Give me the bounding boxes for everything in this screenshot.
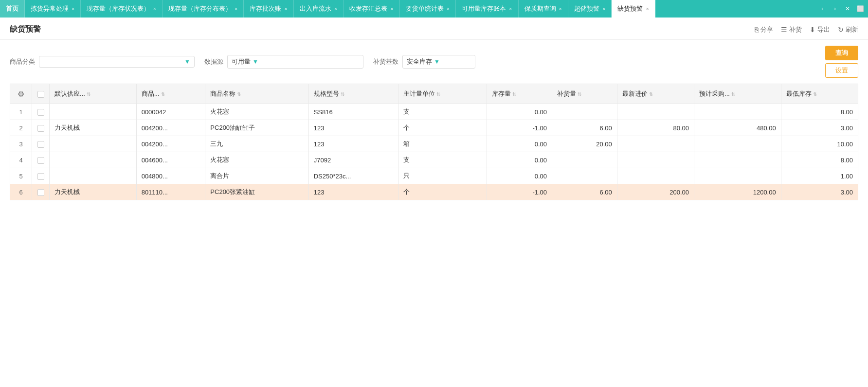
col-stock[interactable]: 库存量 ⇅ bbox=[487, 84, 552, 104]
row-product-code-3: 004600... bbox=[136, 152, 205, 168]
row-num-0: 1 bbox=[10, 104, 32, 120]
tab-expiry-query[interactable]: 保质期查询 × bbox=[519, 0, 568, 18]
tab-abnormal[interactable]: 拣货异常处理 × bbox=[25, 0, 81, 18]
tab-next-button[interactable]: › bbox=[829, 3, 841, 15]
tab-order-stats-label: 要货单统计表 bbox=[406, 4, 444, 13]
tab-batch-account-close[interactable]: × bbox=[284, 6, 287, 12]
col-unit[interactable]: 主计量单位 ⇅ bbox=[398, 84, 487, 104]
category-chevron-down-icon: ▼ bbox=[184, 58, 190, 65]
tab-in-out-flow[interactable]: 出入库流水 × bbox=[294, 0, 344, 18]
row-replenish-4 bbox=[552, 168, 617, 184]
tab-restore-button[interactable]: ⬜ bbox=[854, 3, 866, 15]
tab-order-stats-close[interactable]: × bbox=[447, 6, 450, 12]
row-checkbox-3[interactable] bbox=[37, 157, 44, 164]
tab-abnormal-close[interactable]: × bbox=[72, 6, 74, 12]
row-product-name-2: 三九 bbox=[205, 136, 308, 152]
col-est-purchase-label: 预计采购... bbox=[699, 89, 730, 98]
row-stock-2: 0.00 bbox=[487, 136, 552, 152]
replenish-base-value: 安全库存 bbox=[407, 57, 432, 66]
row-checkbox-0[interactable] bbox=[37, 109, 44, 116]
share-button[interactable]: ⎘ 分享 bbox=[755, 25, 773, 34]
category-select[interactable]: ▼ bbox=[39, 56, 195, 68]
tab-order-stats[interactable]: 要货单统计表 × bbox=[400, 0, 456, 18]
row-product-name-0: 火花塞 bbox=[205, 104, 308, 120]
col-default-supplier[interactable]: 默认供应... ⇅ bbox=[50, 84, 137, 104]
row-replenish-2: 20.00 bbox=[552, 136, 617, 152]
tab-collect-summary-label: 收发存汇总表 bbox=[349, 4, 387, 13]
tab-expiry-query-close[interactable]: × bbox=[559, 6, 562, 12]
row-checkbox-cell-3 bbox=[32, 152, 50, 168]
tab-batch-account[interactable]: 库存批次账 × bbox=[244, 0, 293, 18]
tab-in-out-flow-close[interactable]: × bbox=[334, 6, 337, 12]
col-replenish[interactable]: 补货量 ⇅ bbox=[552, 84, 617, 104]
row-checkbox-1[interactable] bbox=[37, 125, 44, 132]
replenish-base-select[interactable]: 安全库存 ▼ bbox=[402, 55, 475, 69]
tab-inventory-dist-close[interactable]: × bbox=[235, 6, 237, 12]
filter-area: 商品分类 ▼ 数据源 可用量 ▼ 补货基数 安全库存 ▼ 查询 设置 bbox=[0, 40, 868, 84]
col-latest-price[interactable]: 最新进价 ⇅ bbox=[617, 84, 694, 104]
tab-inventory-dist[interactable]: 现存量（库存分布表） × bbox=[163, 0, 244, 18]
tab-overstock-warning[interactable]: 超储预警 × bbox=[568, 0, 612, 18]
category-filter-group: 商品分类 ▼ bbox=[10, 56, 195, 68]
tab-overstock-warning-close[interactable]: × bbox=[602, 6, 605, 12]
replenish-button[interactable]: ☰ 补货 bbox=[781, 25, 802, 34]
tab-available-ledger[interactable]: 可用量库存账本 × bbox=[456, 0, 518, 18]
tab-available-ledger-close[interactable]: × bbox=[509, 6, 512, 12]
table-header-row: ⚙ 默认供应... ⇅ 商品... ⇅ bbox=[10, 84, 858, 104]
col-min-stock[interactable]: 最低库存 ⇅ bbox=[781, 84, 858, 104]
row-spec-3: J7092 bbox=[308, 152, 398, 168]
row-num-3: 4 bbox=[10, 152, 32, 168]
tab-shortage-warning[interactable]: 缺货预警 × bbox=[612, 0, 655, 18]
datasource-filter-label: 数据源 bbox=[204, 57, 223, 66]
col-product-name-label: 商品名称 bbox=[210, 89, 235, 98]
row-checkbox-2[interactable] bbox=[37, 141, 44, 148]
row-unit-2: 箱 bbox=[398, 136, 487, 152]
row-stock-4: 0.00 bbox=[487, 168, 552, 184]
tab-prev-button[interactable]: ‹ bbox=[816, 3, 828, 15]
col-min-stock-label: 最低库存 bbox=[786, 89, 812, 98]
datasource-select[interactable]: 可用量 ▼ bbox=[227, 55, 363, 69]
col-est-purchase[interactable]: 预计采购... ⇅ bbox=[694, 84, 781, 104]
row-unit-5: 个 bbox=[398, 184, 487, 200]
tab-home[interactable]: 首页 bbox=[0, 0, 25, 18]
tab-inventory-status-close[interactable]: × bbox=[153, 6, 156, 12]
tab-inventory-status[interactable]: 现存量（库存状况表） × bbox=[81, 0, 162, 18]
row-checkbox-cell-1 bbox=[32, 120, 50, 136]
category-filter-label: 商品分类 bbox=[10, 57, 35, 66]
query-button[interactable]: 查询 bbox=[825, 46, 858, 60]
tab-collect-summary-close[interactable]: × bbox=[390, 6, 393, 12]
replenish-base-filter-group: 补货基数 安全库存 ▼ bbox=[373, 55, 475, 69]
row-replenish-0 bbox=[552, 104, 617, 120]
settings-button[interactable]: 设置 bbox=[825, 63, 858, 78]
tab-available-ledger-label: 可用量库存账本 bbox=[462, 4, 506, 13]
replenish-base-label: 补货基数 bbox=[373, 57, 398, 66]
tab-shortage-warning-close[interactable]: × bbox=[646, 6, 649, 12]
main-content: 缺货预警 ⎘ 分享 ☰ 补货 ⬇ 导出 ↻ 刷新 商品分类 bbox=[0, 18, 868, 387]
datasource-chevron-down-icon: ▼ bbox=[253, 58, 258, 65]
sort-product-name-icon: ⇅ bbox=[237, 91, 241, 97]
row-stock-5: -1.00 bbox=[487, 184, 552, 200]
header-actions: ⎘ 分享 ☰ 补货 ⬇ 导出 ↻ 刷新 bbox=[755, 25, 858, 34]
tab-abnormal-label: 拣货异常处理 bbox=[31, 4, 69, 13]
row-checkbox-4[interactable] bbox=[37, 173, 44, 180]
select-all-checkbox[interactable] bbox=[37, 91, 44, 98]
row-min-stock-2: 10.00 bbox=[781, 136, 858, 152]
tab-home-label: 首页 bbox=[6, 4, 18, 13]
tab-close-all-button[interactable]: ✕ bbox=[842, 3, 853, 15]
row-latest-price-2 bbox=[617, 136, 694, 152]
col-checkbox bbox=[32, 84, 50, 104]
table-gear-icon[interactable]: ⚙ bbox=[15, 88, 27, 100]
row-spec-0: SS816 bbox=[308, 104, 398, 120]
replenish-icon: ☰ bbox=[781, 26, 787, 34]
row-spec-1: 123 bbox=[308, 120, 398, 136]
sort-default-supplier-icon: ⇅ bbox=[87, 91, 90, 97]
datasource-select-value: 可用量 bbox=[232, 57, 251, 66]
col-product-name[interactable]: 商品名称 ⇅ bbox=[205, 84, 308, 104]
table-row: 2 力天机械 004200... PC200油缸缸子 123 个 -1.00 6… bbox=[10, 120, 858, 136]
col-product-code[interactable]: 商品... ⇅ bbox=[136, 84, 205, 104]
export-button[interactable]: ⬇ 导出 bbox=[810, 25, 830, 34]
row-checkbox-5[interactable] bbox=[37, 189, 44, 196]
col-spec[interactable]: 规格型号 ⇅ bbox=[308, 84, 398, 104]
tab-collect-summary[interactable]: 收发存汇总表 × bbox=[344, 0, 399, 18]
refresh-button[interactable]: ↻ 刷新 bbox=[838, 25, 858, 34]
